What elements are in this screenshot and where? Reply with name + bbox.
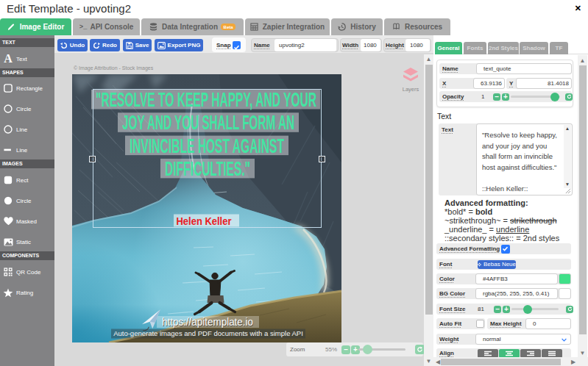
svg-text:https://apitemplate.io: https://apitemplate.io bbox=[162, 316, 253, 328]
svg-text:DIFFICULTIES.": DIFFICULTIES." bbox=[165, 157, 250, 180]
svg-text:INVINCIBLE HOST AGAINST: INVINCIBLE HOST AGAINST bbox=[130, 134, 284, 157]
svg-text:Auto-generate images and PDF d: Auto-generate images and PDF documents w… bbox=[113, 329, 303, 337]
svg-text:JOY AND YOU SHALL FORM AN: JOY AND YOU SHALL FORM AN bbox=[122, 111, 294, 134]
svg-text:Helen Keller: Helen Keller bbox=[177, 215, 232, 227]
svg-text:"RESOLVE TO KEEP HAPPY, AND YO: "RESOLVE TO KEEP HAPPY, AND YOUR bbox=[96, 88, 316, 111]
